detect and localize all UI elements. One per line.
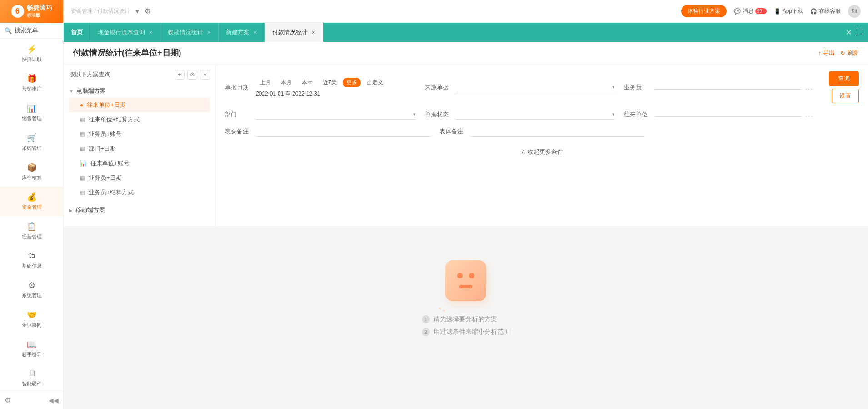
body-note-input[interactable]	[470, 126, 645, 137]
tabbar-actions: ✕ ⛶	[840, 23, 868, 42]
export-btn[interactable]: ↑ 导出	[818, 49, 835, 57]
sidebar-item-collab[interactable]: 🤝 企业协同	[0, 304, 63, 334]
tab-home[interactable]: 首页	[64, 23, 90, 42]
mobile-scheme-group-header[interactable]: ▶ 移动端方案	[69, 203, 210, 217]
header-note-input[interactable]	[256, 126, 430, 137]
date-btn-last-month[interactable]: 上月	[256, 77, 275, 88]
partner-select[interactable]	[655, 113, 802, 117]
tab-receipt-stats-close[interactable]: ✕	[207, 30, 211, 35]
guide-icon: 📖	[27, 339, 37, 349]
mobile-group-label: 移动端方案	[75, 206, 105, 214]
scheme-item-icon: ▦	[80, 175, 85, 181]
sidebar-item-guide[interactable]: 📖 新手引导	[0, 334, 63, 364]
topbar-left: 资金管理 / 付款情况统计 ▾ ⚙	[71, 7, 151, 15]
body-note-label: 表体备注	[439, 127, 467, 136]
scheme-item-label: 部门+日期	[89, 145, 116, 153]
sidebar-item-label: 快捷导航	[22, 56, 42, 63]
date-btn-custom[interactable]: 自定义	[363, 77, 387, 88]
sidebar-item-inventory[interactable]: 📦 库存核算	[0, 157, 63, 187]
date-label: 单据日期	[225, 83, 252, 91]
tab-new-scheme-label: 新建方案	[226, 28, 249, 36]
sidebar-search[interactable]: 🔍 搜索菜单	[0, 23, 63, 39]
scheme-add-btn[interactable]: +	[175, 70, 185, 80]
date-btn-this-month[interactable]: 本月	[277, 77, 296, 88]
source-doc-select[interactable]: ▾	[456, 82, 615, 92]
dept-select[interactable]: ▾	[256, 110, 416, 120]
trial-btn[interactable]: 体验行业方案	[681, 5, 727, 17]
scheme-item-partner-account[interactable]: 📊 往来单位+账号	[69, 156, 210, 171]
date-btn-more[interactable]: 更多	[343, 78, 361, 87]
footer-settings-icon[interactable]: ⚙	[5, 396, 11, 404]
sidebar-item-system[interactable]: ⚙ 系统管理	[0, 275, 63, 304]
scheme-item-icon: ▦	[80, 131, 85, 137]
sidebar-item-hardware[interactable]: 🖥 智能硬件	[0, 364, 63, 391]
date-btn-7days[interactable]: 近7天	[319, 77, 341, 88]
tab-payment-stats[interactable]: 付款情况统计 ✕	[265, 23, 323, 42]
date-btn-this-year[interactable]: 本年	[298, 77, 317, 88]
collapse-more-btn[interactable]: ∧ 收起更多条件	[225, 143, 859, 161]
sidebar-item-purchase[interactable]: 🛒 采购管理	[0, 127, 63, 157]
tab-bank-flow-close[interactable]: ✕	[149, 30, 153, 35]
group-arrow-icon: ▶	[69, 208, 73, 213]
scheme-collapse-btn[interactable]: «	[200, 70, 210, 80]
tab-expand-icon[interactable]: ⛶	[855, 28, 863, 36]
date-range: 2022-01-01 至 2022-12-31	[256, 90, 320, 98]
business-icon: 📋	[27, 222, 37, 232]
tab-close-all-icon[interactable]: ✕	[846, 28, 852, 37]
scheme-item-partner-date[interactable]: ● 往来单位+日期	[69, 98, 210, 112]
staff-label: 业务员	[624, 83, 651, 91]
sidebar-item-finance[interactable]: 💰 资金管理	[0, 187, 63, 216]
topbar-gear-icon[interactable]: ⚙	[145, 7, 151, 15]
message-btn[interactable]: 💬 消息 99+	[734, 7, 767, 15]
scheme-item-partner-settle[interactable]: ▦ 往来单位+结算方式	[69, 112, 210, 127]
scheme-item-staff-settle[interactable]: ▦ 业务员+结算方式	[69, 185, 210, 200]
staff-select[interactable]	[655, 86, 802, 90]
empty-hint-2-text: 用过滤条件来缩小分析范围	[434, 328, 510, 336]
desktop-scheme-group-header[interactable]: ▼ 电脑端方案	[69, 84, 210, 98]
tab-bank-flow[interactable]: 现金银行流水查询 ✕	[90, 23, 160, 42]
scheme-item-label: 往来单位+日期	[87, 101, 126, 109]
app-download-btn[interactable]: 📱 App下载	[774, 7, 803, 15]
staff-dots-btn[interactable]: ...	[805, 84, 813, 91]
scheme-item-icon: 📊	[80, 160, 87, 167]
partner-dots-btn[interactable]: ...	[805, 111, 813, 118]
sidebar-item-label: 企业协同	[22, 322, 42, 328]
tab-new-scheme-close[interactable]: ✕	[253, 30, 257, 35]
scheme-settings-btn[interactable]: ⚙	[187, 70, 197, 80]
sidebar-item-label: 资金管理	[22, 204, 42, 211]
app-label: App下载	[783, 7, 803, 15]
sidebar-item-quick-nav[interactable]: ⚡ 快捷导航	[0, 39, 63, 68]
scheme-item-staff-date[interactable]: ▦ 业务员+日期	[69, 171, 210, 185]
tab-new-scheme[interactable]: 新建方案 ✕	[219, 23, 265, 42]
footer-collapse-icon[interactable]: ◀◀	[49, 397, 59, 404]
scheme-item-label: 业务员+日期	[89, 174, 122, 182]
sidebar-item-marketing[interactable]: 🎁 营销推广	[0, 68, 63, 98]
scheme-list: 按以下方案查询 + ⚙ «	[64, 64, 216, 226]
scheme-item-icon: ▦	[80, 116, 85, 123]
scheme-item-staff-account[interactable]: ▦ 业务员+账号	[69, 127, 210, 141]
scheme-item-label: 往来单位+结算方式	[89, 116, 140, 124]
finance-icon: 💰	[27, 192, 37, 202]
add-icon: +	[178, 71, 181, 78]
tab-receipt-stats[interactable]: 收款情况统计 ✕	[160, 23, 219, 42]
app-icon: 📱	[774, 8, 781, 15]
refresh-btn[interactable]: ↻ 刷新	[840, 49, 859, 57]
doc-status-select[interactable]: ▾	[456, 110, 615, 120]
marketing-icon: 🎁	[27, 74, 37, 84]
tab-payment-stats-close[interactable]: ✕	[311, 30, 315, 35]
scheme-header-label: 按以下方案查询	[69, 71, 110, 79]
user-avatar[interactable]: Rit	[848, 5, 861, 18]
sidebar-item-business[interactable]: 📋 经营管理	[0, 216, 63, 246]
query-btn[interactable]: 查询	[829, 71, 859, 86]
scheme-header-left: 按以下方案查询	[69, 71, 110, 79]
sidebar-item-basic[interactable]: 🗂 基础信息	[0, 246, 63, 275]
page-actions: ↑ 导出 ↻ 刷新	[818, 49, 859, 57]
logo-text: 畅捷通巧	[27, 4, 52, 12]
scheme-item-dept-date[interactable]: ▦ 部门+日期	[69, 141, 210, 156]
sidebar-item-sales[interactable]: 📊 销售管理	[0, 98, 63, 127]
online-service-btn[interactable]: 🎧 在线客服	[810, 7, 841, 15]
empty-num-2: 2	[422, 328, 430, 336]
topbar-settings-icon[interactable]: ▾	[135, 7, 139, 15]
tabbar: 首页 现金银行流水查询 ✕ 收款情况统计 ✕ 新建方案 ✕ 付款情况统计 ✕ ✕…	[64, 23, 868, 42]
filter-settings-btn[interactable]: 设置	[832, 89, 859, 103]
